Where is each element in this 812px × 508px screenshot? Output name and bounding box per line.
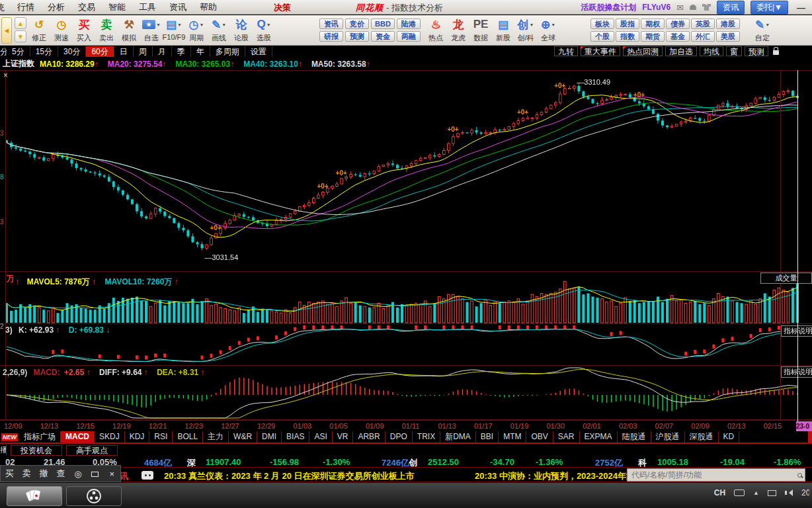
toolbar-button-新股[interactable]: ▤新股 <box>492 15 514 46</box>
subtab-投资机会[interactable]: 投资机会 <box>11 445 62 456</box>
tool-重大事件[interactable]: 重大事件 <box>581 46 620 56</box>
search-input[interactable] <box>630 470 797 480</box>
tab-KD[interactable]: KD <box>719 431 740 443</box>
toolbar-button-债券[interactable]: 债券 <box>666 19 690 29</box>
tab-W&R[interactable]: W&R <box>229 431 257 443</box>
mail-icon[interactable]: ✉ <box>676 3 684 13</box>
mini-卖-button[interactable]: 卖 <box>18 468 35 480</box>
toolbar-button-陆港[interactable]: 陆港 <box>397 19 421 29</box>
toolbar-button-BBD[interactable]: BBD <box>371 19 395 29</box>
window-restore-icon[interactable] <box>87 469 104 479</box>
period-5分[interactable]: 5分 <box>7 46 30 57</box>
keyboard-icon[interactable] <box>734 489 745 496</box>
news-button[interactable]: 资讯 <box>717 1 745 15</box>
tab-SAR[interactable]: SAR <box>553 431 580 443</box>
period-30分[interactable]: 30分 <box>58 46 86 57</box>
toolbar-button-港股[interactable]: 港股 <box>716 19 740 29</box>
chevron-down-icon[interactable]: ▼ <box>530 22 534 27</box>
tab-EXPMA[interactable]: EXPMA <box>580 431 618 443</box>
tray-expand-icon[interactable]: ▲ <box>753 489 759 496</box>
tab-ASI[interactable]: ASI <box>309 431 332 443</box>
tab-深股通[interactable]: 深股通 <box>685 431 719 443</box>
tool-预测[interactable]: 预测 <box>745 46 768 56</box>
toolbar-button-买入[interactable]: 买买入 <box>73 15 95 46</box>
tab-scroll-strip[interactable] <box>808 431 812 443</box>
menu-decision[interactable]: 决策 <box>274 2 291 14</box>
toolbar-button-期权[interactable]: 期权 <box>641 19 665 29</box>
toolbar-button-论股[interactable]: 论论股 <box>230 15 253 46</box>
speaker-icon[interactable] <box>785 489 793 496</box>
toolbar-button-测速[interactable]: ◷测速 <box>50 15 73 46</box>
tab-DPO[interactable]: DPO <box>386 431 413 443</box>
period-设置[interactable]: 设置 <box>245 46 272 57</box>
gear-icon[interactable]: ◎ <box>69 469 87 479</box>
mini-买-button[interactable]: 买 <box>1 468 18 480</box>
tool-九转[interactable]: 九转 <box>554 46 578 56</box>
menu-item-分析[interactable]: 分析 <box>48 1 65 13</box>
indicator-help-label[interactable]: 指标说明 <box>781 325 812 337</box>
period-季[interactable]: 季 <box>172 46 191 57</box>
tool-加自选[interactable]: 加自选 <box>665 46 697 56</box>
toolbar-button-选股[interactable]: Q▼选股 <box>253 15 275 46</box>
toolbar-button-期货[interactable]: 期货 <box>641 31 665 42</box>
close-icon[interactable]: × <box>103 469 120 479</box>
toolbar-button-个股[interactable]: 个股 <box>590 31 614 42</box>
bell-icon[interactable] <box>690 5 696 10</box>
close-icon[interactable]: × <box>1 71 10 80</box>
toolbar-button-龙虎[interactable]: 龙龙虎 <box>447 15 469 46</box>
chevron-down-icon[interactable]: ▼ <box>551 22 555 27</box>
menu-item-智能[interactable]: 智能 <box>108 1 126 13</box>
period-多周期[interactable]: 多周期 <box>210 46 245 57</box>
toolbar-button-资讯[interactable]: 资讯 <box>319 19 343 29</box>
period-15分[interactable]: 15分 <box>30 46 58 57</box>
toolbar-button-热点[interactable]: ♨热点 <box>425 15 447 46</box>
toolbar-button-研报[interactable]: 研报 <box>319 31 343 42</box>
tool-均线[interactable]: 均线 <box>700 46 723 56</box>
chevron-down-icon[interactable]: ▼ <box>266 22 271 27</box>
toolbar-button-数据[interactable]: PE数据 <box>469 15 492 46</box>
tab-MACD[interactable]: MACD <box>61 431 95 443</box>
volume-panel-label[interactable]: 成交量 <box>760 273 812 284</box>
lock-icon[interactable] <box>773 50 779 55</box>
toolbar-button-指数[interactable]: 指数 <box>616 31 639 42</box>
tab-陆股通[interactable]: 陆股通 <box>618 431 651 443</box>
toolbar-button-全球[interactable]: ⊕▼全球 <box>537 15 559 46</box>
toolbar-button-股指[interactable]: 股指 <box>616 19 639 29</box>
shirt-icon[interactable] <box>702 4 711 11</box>
chevron-down-icon[interactable]: ▼ <box>177 22 182 27</box>
period-年[interactable]: 年 <box>191 46 210 57</box>
mini-撤-button[interactable]: 撤 <box>35 468 52 480</box>
menu-item-资讯[interactable]: 资讯 <box>169 1 186 13</box>
up-arrow-icon[interactable]: ▲ <box>15 17 26 29</box>
menu-item-交易[interactable]: 交易 <box>78 1 95 13</box>
toolbar-button-竞价[interactable]: 竞价 <box>345 19 369 29</box>
tab-VR[interactable]: VR <box>333 431 354 443</box>
toolbar-button-自定[interactable]: ✎▼自定 <box>751 15 774 46</box>
tab-SKDJ[interactable]: SKDJ <box>95 431 125 443</box>
indicator-help-label[interactable]: 指标说明 <box>781 366 812 378</box>
trade-button[interactable]: 委托|▼ <box>751 1 788 15</box>
tab-ARBR[interactable]: ARBR <box>353 431 385 443</box>
toolbar-button-模拟[interactable]: ⚒模拟 <box>118 15 140 46</box>
period-日[interactable]: 日 <box>114 46 134 57</box>
period-月[interactable]: 月 <box>153 46 172 57</box>
news-item[interactable]: 20:33 真兰仪表：2023 年 2 月 20 日在深圳证券交易所创业板上市 <box>164 470 415 482</box>
clock[interactable]: 20 <box>801 488 809 497</box>
toolbar-button-外汇[interactable]: 外汇 <box>691 31 715 42</box>
display-icon[interactable] <box>768 490 776 496</box>
input-language[interactable]: CH <box>714 488 725 497</box>
back-icon[interactable]: ◄ <box>1 17 12 44</box>
period-60分[interactable]: 60分 <box>86 46 114 57</box>
menu-item-帮助[interactable]: 帮助 <box>200 1 217 13</box>
period-周[interactable]: 周 <box>134 46 153 57</box>
menu-clipped[interactable]: 统 <box>0 2 7 14</box>
menu-item-行情[interactable]: 行情 <box>17 1 34 13</box>
minimize-button[interactable]: — <box>794 3 808 13</box>
tab-indicator-plaza[interactable]: 指标广场 <box>19 431 61 443</box>
chevron-down-icon[interactable]: ▼ <box>199 22 204 27</box>
subtab-clipped[interactable]: 播 <box>0 444 7 456</box>
toolbar-button-美股[interactable]: 美股 <box>716 31 740 42</box>
mini-查-button[interactable]: 查 <box>52 468 69 480</box>
period-clipped[interactable]: 分 <box>0 46 7 58</box>
chevron-down-icon[interactable]: ▼ <box>222 22 226 27</box>
